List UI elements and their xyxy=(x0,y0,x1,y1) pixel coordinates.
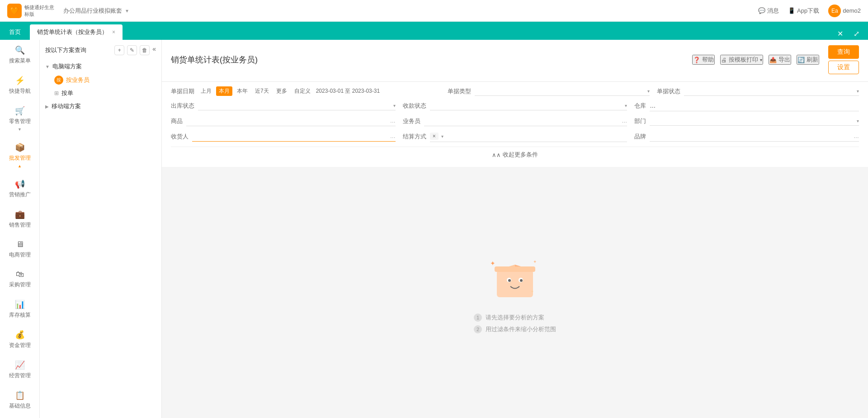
tab-close-window-icon[interactable]: ✕ xyxy=(834,27,846,40)
sidebar-item-marketing[interactable]: 📢 营销推广 xyxy=(0,174,39,204)
sidebar-item-inventory[interactable]: 📊 库存核算 xyxy=(0,294,39,324)
tab-home-label: 首页 xyxy=(9,28,21,36)
scheme-mobile-label: 移动端方案 xyxy=(52,102,81,110)
filter-panel: 按以下方案查询 + ✎ 🗑 « ▼ 电脑端方案 按 按业务员 xyxy=(40,40,162,418)
app-name-dropdown-icon[interactable]: ▾ xyxy=(126,8,128,14)
brand-control[interactable]: … xyxy=(650,131,859,142)
sidebar-item-sales[interactable]: 💼 销售管理 xyxy=(0,204,39,234)
tab-report[interactable]: 销货单统计表（按业务员） × xyxy=(30,24,123,40)
message-btn[interactable]: 💬 消息 xyxy=(758,7,779,15)
query-btn[interactable]: 查询 xyxy=(828,45,859,59)
message-label: 消息 xyxy=(767,7,779,15)
sidebar-item-basic[interactable]: 📋 基础信息 xyxy=(0,385,39,415)
scheme-by-order[interactable]: ⊞ 按单 xyxy=(54,87,156,100)
date-tab-thismonth[interactable]: 本月 xyxy=(216,86,232,96)
filter-date: 单据日期 上月 本月 本年 近7天 更多 自定义 2023-03-01 至 20… xyxy=(171,86,440,96)
sidebar-item-operations[interactable]: 📈 经营管理 xyxy=(0,355,39,385)
doctype-control[interactable]: ▾ xyxy=(475,87,650,96)
scheme-mobile-arrow: ▶ xyxy=(45,104,49,109)
warehouse-control[interactable]: … xyxy=(650,100,859,111)
app-name: 办公用品行业模拟账套 xyxy=(63,7,122,15)
dept-control[interactable]: ▾ xyxy=(650,117,859,126)
brand-more[interactable]: … xyxy=(854,133,859,139)
export-icon: 📤 xyxy=(769,57,777,63)
scheme-by-salesperson[interactable]: 按 按业务员 xyxy=(54,73,156,87)
sidebar-item-marketing-label: 营销推广 xyxy=(9,191,31,199)
settle-clear-x[interactable]: × xyxy=(433,133,436,139)
step-2-num: 2 xyxy=(474,325,482,333)
date-tab-7days[interactable]: 近7天 xyxy=(252,86,272,96)
scheme-order-label: 按单 xyxy=(61,89,73,97)
user-area[interactable]: Ea demo2 xyxy=(828,5,861,17)
tab-home[interactable]: 首页 xyxy=(2,24,28,40)
sidebar-item-retail[interactable]: 🛒 零售管理 ▼ xyxy=(0,100,39,137)
panel-collapse-btn[interactable]: « xyxy=(152,45,156,55)
scheme-desktop[interactable]: ▼ 电脑端方案 xyxy=(45,60,156,73)
retail-expand-icon: ▼ xyxy=(18,127,22,132)
help-icon: ❓ xyxy=(693,57,700,63)
report-title: 销货单统计表(按业务员) xyxy=(171,54,258,65)
step-1-num: 1 xyxy=(474,314,482,322)
sidebar-item-wholesale[interactable]: 📦 批发管理 ▲ xyxy=(0,137,39,174)
tab-maximize-icon[interactable]: ⤢ xyxy=(850,27,863,40)
avatar: Ea xyxy=(828,5,841,17)
staff-more[interactable]: … xyxy=(622,118,627,124)
operations-icon: 📈 xyxy=(15,360,25,370)
scheme-desktop-children: 按 按业务员 ⊞ 按单 xyxy=(45,73,156,100)
staff-label: 业务员 xyxy=(403,117,420,125)
sidebar-item-search[interactable]: 🔍 搜索菜单 xyxy=(0,40,39,70)
sidebar-item-inventory-label: 库存核算 xyxy=(9,311,31,319)
receiver-control[interactable]: … xyxy=(192,131,396,142)
sidebar-item-retail-label: 零售管理 xyxy=(9,118,31,125)
warehouse-value: … xyxy=(650,102,656,109)
sidebar-item-quicknav[interactable]: ⚡ 快捷导航 xyxy=(0,70,39,100)
date-tab-thisyear[interactable]: 本年 xyxy=(234,86,250,96)
goods-control[interactable]: … xyxy=(186,116,396,126)
paystatus-label: 收款状态 xyxy=(403,102,426,110)
refresh-btn[interactable]: 🔄 刷新 xyxy=(797,55,819,65)
edit-scheme-btn[interactable]: ✎ xyxy=(127,45,137,55)
sidebar-item-purchase[interactable]: 🛍 采购管理 xyxy=(0,264,39,294)
settle-clear-tag[interactable]: × xyxy=(430,133,439,140)
refresh-label: 刷新 xyxy=(807,56,818,64)
date-tab-lastmonth[interactable]: 上月 xyxy=(198,86,214,96)
filter-docstatus: 单据状态 ▾ xyxy=(657,87,859,96)
add-scheme-btn[interactable]: + xyxy=(114,45,124,55)
receiver-more[interactable]: … xyxy=(390,133,396,139)
settle-control[interactable]: × ▾ xyxy=(430,131,627,142)
tab-report-label: 销货单统计表（按业务员） xyxy=(37,28,108,36)
delete-scheme-btn[interactable]: 🗑 xyxy=(140,45,150,55)
filter-row-1: 单据日期 上月 本月 本年 近7天 更多 自定义 2023-03-01 至 20… xyxy=(171,86,859,96)
top-bar-left: 🧡 畅捷通好生意 标版 办公用品行业模拟账套 ▾ xyxy=(7,4,128,18)
content-area: 按以下方案查询 + ✎ 🗑 « ▼ 电脑端方案 按 按业务员 xyxy=(40,40,868,418)
date-label: 单据日期 xyxy=(171,87,194,95)
paystatus-control[interactable]: ▾ xyxy=(430,101,627,110)
outstock-control[interactable]: ▾ xyxy=(198,101,396,110)
scheme-mobile[interactable]: ▶ 移动端方案 xyxy=(45,100,156,113)
sidebar-item-ecom[interactable]: 🖥 电商管理 xyxy=(0,234,39,264)
export-btn[interactable]: 📤 导出 xyxy=(769,55,791,65)
filter-paystatus: 收款状态 ▾ xyxy=(403,101,627,110)
purchase-icon: 🛍 xyxy=(16,270,24,279)
tab-close-icon[interactable]: × xyxy=(112,29,115,35)
help-btn[interactable]: ❓ 帮助 xyxy=(692,55,715,65)
ecom-icon: 🖥 xyxy=(16,240,24,249)
collapse-arrow-icon: ∧∧ xyxy=(492,152,501,158)
date-tab-more[interactable]: 更多 xyxy=(274,86,290,96)
tab-actions: ✕ ⤢ xyxy=(834,27,868,40)
empty-illustration: ✦ ✦ ✦ xyxy=(488,252,542,306)
collapse-conditions-btn[interactable]: ∧∧ 收起更多条件 xyxy=(171,147,859,162)
staff-control[interactable]: … xyxy=(424,116,627,126)
settings-btn[interactable]: 设置 xyxy=(828,61,859,74)
app-download-btn[interactable]: 📱 App下载 xyxy=(788,7,819,15)
goods-more[interactable]: … xyxy=(390,118,396,124)
scheme-desktop-label: 电脑端方案 xyxy=(52,62,82,71)
sidebar-item-system[interactable]: ⚙ 系统管理 xyxy=(0,415,39,418)
sidebar-item-finance[interactable]: 💰 资金管理 xyxy=(0,324,39,355)
print-btn[interactable]: 🖨 按模板打印 ▾ xyxy=(720,55,763,65)
filter-settle: 结算方式 × ▾ xyxy=(403,131,627,142)
settle-label: 结算方式 xyxy=(403,133,426,141)
docstatus-control[interactable]: ▾ xyxy=(684,87,859,96)
date-tab-custom[interactable]: 自定义 xyxy=(292,86,313,96)
sidebar-item-sales-label: 销售管理 xyxy=(9,221,31,229)
